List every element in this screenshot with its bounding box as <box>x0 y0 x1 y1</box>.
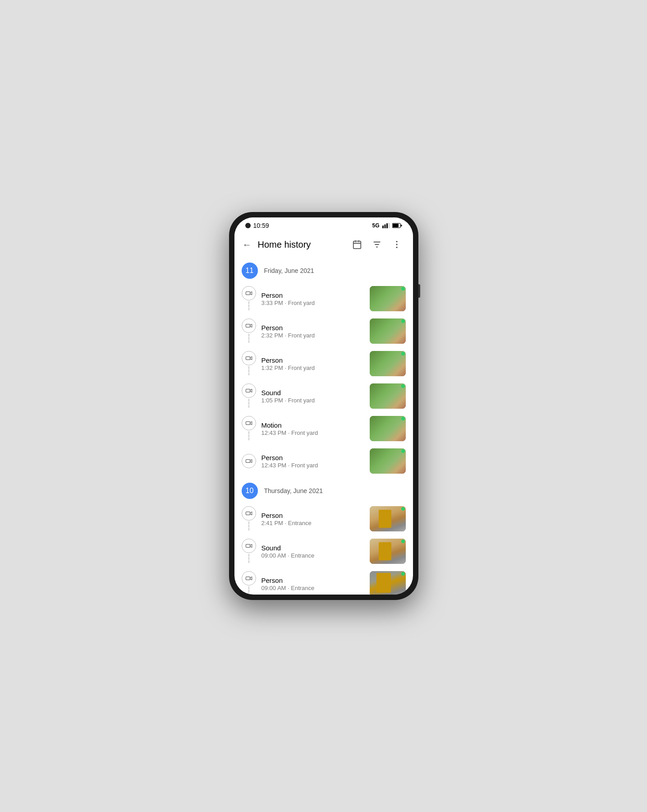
list-item[interactable]: Person 2:32 PM · Front yard <box>234 315 413 347</box>
list-item[interactable]: Person 12:43 PM · Front yard <box>234 445 413 477</box>
yard-thumbnail <box>370 318 406 344</box>
svg-marker-22 <box>250 357 252 360</box>
item-info: Person 3:33 PM · Front yard <box>262 291 364 306</box>
status-time: 10:59 <box>253 222 269 229</box>
timeline-connector <box>248 334 249 343</box>
back-button[interactable]: ← <box>238 235 256 254</box>
event-type: Person <box>262 356 364 364</box>
timeline-connector <box>248 586 249 595</box>
timeline-connector <box>248 399 249 408</box>
svg-marker-34 <box>250 577 252 580</box>
camera-icon-circle <box>242 539 256 553</box>
camera-icon-circle <box>242 351 256 365</box>
list-item[interactable]: Sound 1:05 PM · Front yard <box>234 380 413 412</box>
svg-marker-20 <box>250 324 252 328</box>
item-info: Person 09:00 AM · Entrance <box>262 577 364 591</box>
date-badge-11: 11 <box>242 263 258 279</box>
video-camera-icon <box>245 575 252 582</box>
yard-thumbnail <box>370 351 406 376</box>
svg-rect-7 <box>353 241 361 249</box>
event-thumbnail <box>370 416 406 441</box>
event-detail: 2:32 PM · Front yard <box>262 332 364 339</box>
event-type: Person <box>262 291 364 299</box>
list-item[interactable]: Person 09:00 AM · Entrance <box>234 567 413 595</box>
svg-rect-5 <box>393 224 399 227</box>
list-item[interactable]: Person 3:33 PM · Front yard <box>234 282 413 315</box>
timeline-connector <box>248 301 249 310</box>
item-info: Sound 09:00 AM · Entrance <box>262 544 364 559</box>
event-type: Person <box>262 577 364 584</box>
event-detail: 2:41 PM · Entrance <box>262 520 364 526</box>
event-type: Person <box>262 324 364 332</box>
signal-bars-icon <box>382 223 390 228</box>
status-bar: 10:59 5G <box>234 217 413 232</box>
svg-marker-28 <box>250 460 252 463</box>
camera-icon-circle <box>242 383 256 398</box>
toolbar-actions <box>348 235 406 254</box>
more-vert-icon <box>392 240 402 249</box>
yard-thumbnail <box>370 286 406 311</box>
back-arrow-icon: ← <box>243 240 252 250</box>
event-detail: 12:43 PM · Front yard <box>262 462 364 469</box>
timeline-col <box>242 416 256 441</box>
svg-marker-18 <box>250 292 252 295</box>
list-item[interactable]: Person 1:32 PM · Front yard <box>234 347 413 380</box>
item-info: Person 2:41 PM · Entrance <box>262 512 364 526</box>
video-camera-icon <box>245 322 252 329</box>
event-thumbnail <box>370 506 406 531</box>
event-type: Person <box>262 454 364 461</box>
event-type: Sound <box>262 389 364 397</box>
timeline-col <box>242 318 256 344</box>
svg-marker-26 <box>250 422 252 425</box>
svg-rect-31 <box>246 544 250 548</box>
timeline-col <box>242 351 256 376</box>
video-camera-icon <box>245 420 252 427</box>
timeline-connector <box>248 521 249 531</box>
svg-point-16 <box>396 247 397 248</box>
network-type: 5G <box>372 222 379 229</box>
entrance-dark-thumbnail <box>370 571 406 595</box>
video-camera-icon <box>245 542 252 549</box>
camera-icon-circle <box>242 571 256 586</box>
timeline-connector <box>248 554 249 563</box>
date-number-11: 11 <box>246 267 254 275</box>
timeline-col <box>242 571 256 595</box>
list-item[interactable]: Sound 09:00 AM · Entrance <box>234 535 413 567</box>
svg-rect-2 <box>386 223 388 228</box>
svg-rect-25 <box>246 422 250 425</box>
event-type: Person <box>262 512 364 519</box>
event-thumbnail <box>370 448 406 474</box>
svg-marker-30 <box>250 512 252 515</box>
volume-button <box>418 284 420 298</box>
timeline-connector <box>248 366 249 375</box>
item-info: Person 12:43 PM · Front yard <box>262 454 364 469</box>
entrance-thumbnail <box>370 506 406 531</box>
svg-rect-0 <box>382 226 384 228</box>
event-thumbnail <box>370 383 406 409</box>
calendar-icon <box>352 240 362 249</box>
date-label-11: Friday, June 2021 <box>264 267 314 274</box>
svg-point-15 <box>396 244 397 245</box>
list-item[interactable]: Person 2:41 PM · Entrance <box>234 503 413 535</box>
page-title: Home history <box>256 240 348 250</box>
svg-rect-33 <box>246 577 250 580</box>
calendar-button[interactable] <box>348 235 366 254</box>
event-thumbnail <box>370 539 406 564</box>
svg-rect-23 <box>246 389 250 392</box>
item-info: Motion 12:43 PM · Front yard <box>262 421 364 436</box>
event-thumbnail <box>370 318 406 344</box>
status-left: 10:59 <box>245 222 269 229</box>
item-info: Person 1:32 PM · Front yard <box>262 356 364 371</box>
timeline-col <box>242 383 256 409</box>
timeline-col <box>242 506 256 531</box>
timeline-col <box>242 286 256 311</box>
date-number-10: 10 <box>246 487 254 495</box>
more-options-button[interactable] <box>388 235 406 254</box>
event-detail: 1:05 PM · Front yard <box>262 397 364 404</box>
history-list: 11 Friday, June 2021 Person <box>234 257 413 595</box>
list-item[interactable]: Motion 12:43 PM · Front yard <box>234 412 413 445</box>
event-detail: 09:00 AM · Entrance <box>262 552 364 559</box>
battery-icon <box>392 223 402 228</box>
event-detail: 1:32 PM · Front yard <box>262 364 364 371</box>
filter-button[interactable] <box>368 235 386 254</box>
